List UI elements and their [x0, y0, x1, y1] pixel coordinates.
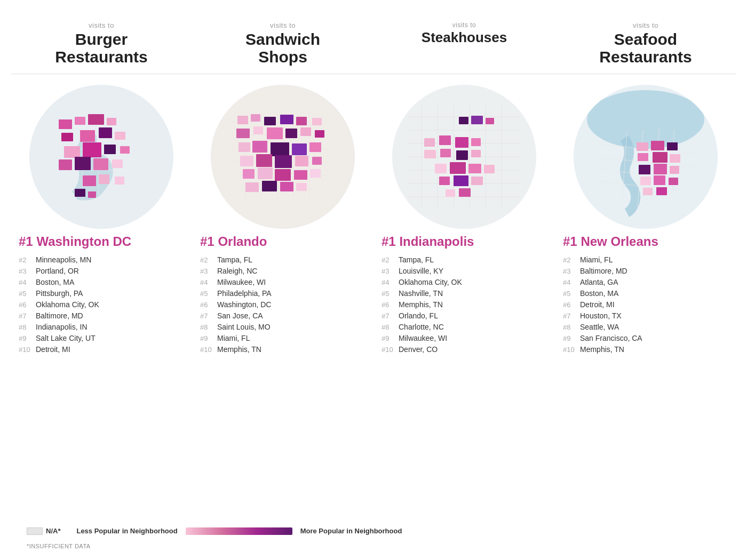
svg-rect-73 [280, 182, 293, 191]
svg-rect-105 [454, 175, 468, 186]
burger-rankings: #1 Washington DC #2Minneapolis, MN #3Por… [11, 234, 192, 516]
list-item: #9Miami, FL [200, 334, 365, 342]
svg-rect-11 [59, 119, 72, 129]
svg-rect-130 [669, 178, 678, 185]
list-item: #3Raleigh, NC [200, 267, 365, 275]
svg-rect-16 [80, 130, 95, 142]
list-item: #9Salt Lake City, UT [19, 334, 184, 342]
list-item: #8Charlotte, NC [382, 323, 547, 331]
steakhouse-visits-label: visits to [379, 21, 550, 29]
svg-rect-70 [310, 169, 321, 178]
svg-rect-63 [275, 155, 292, 168]
burger-rank-list: #2Minneapolis, MN #3Portland, OR #4Bosto… [19, 255, 184, 354]
svg-rect-20 [83, 142, 101, 157]
burger-rank1: #1 Washington DC [19, 234, 184, 249]
list-item: #10Memphis, TN [200, 345, 365, 354]
list-item: #7Houston, TX [563, 311, 728, 320]
svg-rect-51 [253, 126, 263, 134]
svg-rect-131 [643, 188, 653, 195]
burger-title: Burger Restaurants [16, 30, 187, 66]
svg-rect-106 [471, 177, 483, 185]
seafood-rank1: #1 New Orleans [563, 234, 728, 249]
svg-rect-46 [264, 117, 276, 125]
svg-rect-100 [435, 164, 447, 173]
seafood-map [574, 85, 718, 229]
svg-rect-99 [471, 150, 481, 157]
headers-row: visits to Burger Restaurants visits to S… [11, 21, 736, 74]
list-item: #5Boston, MA [563, 289, 728, 298]
list-item: #4Oklahoma City, OK [382, 278, 547, 286]
svg-rect-104 [439, 177, 450, 185]
svg-rect-14 [107, 118, 116, 125]
list-item: #5Nashville, TN [382, 289, 547, 298]
list-item: #10Detroit, MI [19, 345, 184, 354]
svg-rect-90 [471, 116, 483, 124]
legend-more-popular-label: More Popular in Neighborhood [300, 527, 402, 535]
svg-rect-26 [112, 159, 123, 168]
svg-rect-101 [450, 162, 466, 174]
list-item: #3Louisville, KY [382, 267, 547, 275]
sandwich-rank1: #1 Orlando [200, 234, 365, 249]
sandwich-header: visits to Sandwich Shops [192, 21, 374, 66]
svg-rect-125 [639, 165, 650, 174]
list-item: #6Memphis, TN [382, 300, 547, 309]
svg-rect-68 [275, 169, 291, 181]
list-item: #6Oklahoma City, OK [19, 300, 184, 309]
list-item: #2Minneapolis, MN [19, 255, 184, 264]
list-item: #6Washington, DC [200, 300, 365, 309]
list-item: #9San Francisco, CA [563, 334, 728, 342]
svg-rect-72 [262, 181, 277, 191]
svg-rect-98 [456, 150, 468, 160]
svg-rect-102 [468, 164, 481, 173]
sandwich-rankings: #1 Orlando #2Tampa, FL #3Raleigh, NC #4M… [192, 234, 374, 516]
legend-gradient [186, 527, 292, 535]
svg-rect-92 [424, 138, 435, 147]
svg-rect-17 [99, 127, 112, 138]
svg-rect-123 [653, 152, 667, 163]
svg-rect-64 [295, 156, 308, 166]
list-item: #6Detroit, MI [563, 300, 728, 309]
seafood-title: Seafood Restaurants [560, 30, 731, 66]
svg-rect-12 [75, 117, 85, 125]
seafood-map-container [555, 85, 736, 229]
svg-rect-66 [243, 169, 255, 179]
svg-rect-48 [296, 117, 307, 125]
steakhouse-rank1: #1 Indianapolis [382, 234, 547, 249]
seafood-visits-label: visits to [560, 21, 731, 29]
svg-rect-22 [120, 146, 130, 154]
maps-row [11, 79, 736, 231]
svg-rect-55 [315, 130, 324, 138]
svg-rect-45 [251, 114, 260, 122]
svg-rect-97 [440, 149, 451, 157]
svg-rect-61 [240, 156, 253, 166]
svg-point-110 [587, 90, 704, 149]
svg-rect-15 [61, 133, 73, 141]
svg-rect-129 [654, 175, 665, 185]
list-item: #3Portland, OR [19, 267, 184, 275]
svg-rect-60 [309, 142, 321, 152]
svg-rect-126 [654, 164, 667, 174]
svg-rect-31 [88, 191, 96, 198]
burger-map-container [11, 85, 192, 229]
legend-na-label: N/A* [46, 527, 60, 535]
page-container: visits to Burger Restaurants visits to S… [0, 0, 747, 560]
svg-rect-21 [104, 145, 116, 154]
steakhouse-rank-list: #2Tampa, FL #3Louisville, KY #4Oklahoma … [382, 255, 547, 354]
svg-rect-120 [651, 141, 664, 150]
list-item: #7Orlando, FL [382, 311, 547, 320]
list-item: #2Tampa, FL [200, 255, 365, 264]
svg-rect-122 [638, 153, 648, 161]
svg-rect-121 [667, 142, 678, 150]
svg-rect-54 [300, 127, 311, 136]
svg-rect-107 [446, 189, 455, 197]
svg-rect-24 [75, 157, 91, 170]
svg-rect-50 [236, 129, 250, 138]
legend-na-box [27, 527, 43, 535]
list-item: #2Tampa, FL [382, 255, 547, 264]
legend-na: N/A* [27, 527, 60, 535]
svg-rect-62 [256, 154, 272, 167]
svg-rect-119 [637, 142, 648, 151]
svg-rect-13 [88, 114, 104, 125]
steakhouse-map [392, 85, 536, 229]
steakhouse-title: Steakhouses [379, 30, 550, 45]
